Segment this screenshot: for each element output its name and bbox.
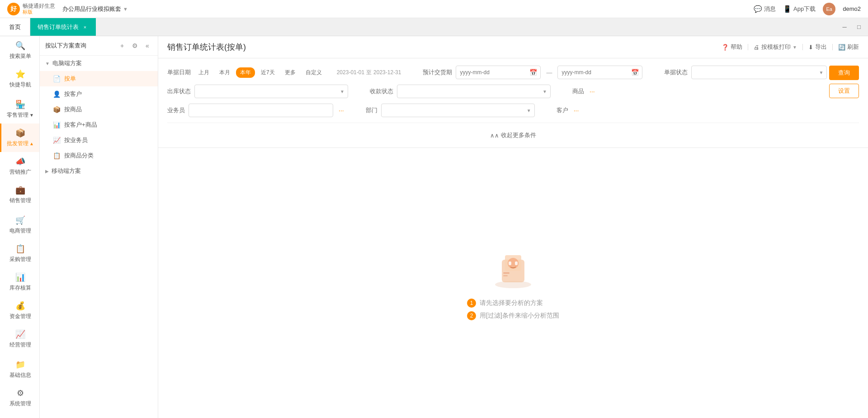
help-button[interactable]: ❓ 帮助 [722, 43, 742, 51]
user-avatar[interactable]: Ea [823, 3, 835, 15]
download-icon: 📱 [783, 5, 792, 13]
sidebar-item-wholesale[interactable]: 📦 批发管理 ▲ [0, 124, 39, 152]
date-7days-button[interactable]: 近7天 [257, 67, 279, 78]
print-button[interactable]: 🖨 按模板打印 ▼ [754, 43, 797, 51]
sidebar-item-marketing[interactable]: 📣 营销推广 [0, 152, 39, 180]
divider-1 [748, 44, 748, 50]
date-this-month-button[interactable]: 本月 [215, 67, 234, 78]
ecommerce-icon: 🛒 [15, 215, 25, 225]
scheme-group-mobile-header[interactable]: ▶ 移动端方案 [40, 163, 158, 179]
empty-tip-2: 2 用[过滤]条件来缩小分析范围 [467, 311, 559, 320]
export-icon: ⬇ [808, 44, 813, 51]
collapse-button[interactable]: ∧∧ 收起更多条件 [490, 128, 536, 143]
top-bar: 好 畅捷通好生意 标版 办公用品行业模拟账套 ▼ 💬 消息 📱 App下载 Ea… [0, 0, 868, 18]
scheme-item-by-goods[interactable]: 📦 按商品 [40, 102, 158, 117]
sidebar-item-shortcuts[interactable]: ⭐ 快捷导航 [0, 65, 39, 93]
chevron-up-icon: ∧∧ [490, 132, 499, 139]
sidebar-item-operation-label: 经营管理 [9, 341, 31, 349]
scheme-item-by-salesperson[interactable]: 📈 按业务员 [40, 133, 158, 148]
sidebar-item-operation[interactable]: 📈 经营管理 [0, 325, 39, 353]
salesperson-ellipsis-button[interactable]: ··· [339, 107, 344, 114]
svg-rect-7 [503, 275, 508, 276]
ship-status-select[interactable] [194, 85, 348, 98]
date-label: 单据日期 [167, 68, 191, 76]
goods-ellipsis-button[interactable]: ··· [590, 88, 595, 95]
refresh-icon: 🔄 [838, 44, 845, 51]
refresh-button[interactable]: 🔄 刷新 [838, 43, 859, 51]
sidebar-item-sales[interactable]: 💼 销售管理 [0, 180, 39, 209]
scheme-group-mobile: ▶ 移动端方案 [40, 163, 158, 179]
sidebar-item-system[interactable]: ⚙ 系统管理 [0, 384, 39, 412]
sidebar: 🔍 搜索菜单 ⭐ 快捷导航 🏪 零售管理 ▼ 📦 批发管理 ▲ 📣 营销推广 [0, 36, 40, 418]
star-icon: ⭐ [15, 69, 25, 79]
sidebar-item-finance[interactable]: 💰 资金管理 [0, 296, 39, 325]
scheme-group-pc-header[interactable]: ▼ 电脑端方案 [40, 56, 158, 71]
search-icon: 🔍 [15, 41, 25, 51]
scheme-item-by-customer-goods[interactable]: 📊 按客户+商品 [40, 117, 158, 133]
bill-status-select[interactable] [691, 66, 827, 79]
sidebar-item-search[interactable]: 🔍 搜索菜单 [0, 36, 39, 65]
sidebar-item-search-label: 搜索菜单 [9, 52, 31, 60]
bill-status-group: 单据状态 [664, 66, 827, 79]
dept-label: 部门 [366, 106, 377, 114]
scheme-settings-button[interactable]: ⚙ [130, 41, 140, 51]
scheme-item-by-category[interactable]: 📋 按商品分类 [40, 148, 158, 163]
date-more-button[interactable]: 更多 [281, 67, 300, 78]
sidebar-item-retail-label: 零售管理 [7, 111, 28, 119]
help-icon: ❓ [722, 44, 729, 51]
sidebar-item-cooperation[interactable]: 🤝 企业协同 [0, 412, 39, 418]
logo-icon: 好 [7, 3, 20, 15]
sidebar-item-inventory[interactable]: 📊 库存核算 [0, 268, 39, 296]
empty-tip-1: 1 请先选择要分析的方案 [467, 299, 559, 308]
scheme-item-by-customer[interactable]: 👤 按客户 [40, 86, 158, 102]
date-this-year-button[interactable]: 本年 [236, 67, 255, 78]
sidebar-item-inventory-label: 库存核算 [9, 284, 31, 292]
sidebar-item-wholesale-label: 批发管理 [7, 140, 28, 147]
scheme-item-by-customer-goods-label: 按客户+商品 [64, 121, 97, 129]
main-layout: 🔍 搜索菜单 ⭐ 快捷导航 🏪 零售管理 ▼ 📦 批发管理 ▲ 📣 营销推广 [0, 36, 868, 418]
tab-bar: 首页 销售订单统计表 × ─ □ [0, 18, 868, 36]
scheme-collapse-button[interactable]: « [142, 41, 152, 51]
sidebar-item-purchase[interactable]: 📋 采购管理 [0, 239, 39, 268]
action-buttons: 查询 设置 [829, 66, 859, 98]
scheme-item-by-salesperson-label: 按业务员 [64, 136, 88, 144]
scheme-add-button[interactable]: + [117, 41, 127, 51]
empty-tips: 1 请先选择要分析的方案 2 用[过滤]条件来缩小分析范围 [467, 299, 559, 320]
home-tab-label: 首页 [9, 23, 21, 31]
dept-select-wrap [381, 104, 535, 117]
logo-area: 好 畅捷通好生意 标版 [7, 3, 55, 15]
inventory-icon: 📊 [15, 272, 25, 282]
page-title: 销售订单统计表(按单) [167, 42, 246, 58]
purchase-icon: 📋 [15, 244, 25, 254]
breadcrumb[interactable]: 办公用品行业模拟账套 ▼ [62, 5, 128, 13]
tab-close-icon[interactable]: × [81, 24, 89, 31]
pay-status-group: 收款状态 [370, 85, 551, 98]
dept-select[interactable] [381, 104, 535, 117]
customer-ellipsis-button[interactable]: ··· [574, 107, 579, 114]
salesperson-input[interactable] [189, 104, 333, 117]
app-download-button[interactable]: 📱 App下载 [783, 5, 816, 13]
tab-maximize-button[interactable]: □ [854, 22, 864, 33]
message-button[interactable]: 💬 消息 [754, 5, 776, 13]
sidebar-item-purchase-label: 采购管理 [9, 256, 31, 263]
expected-date-end-input[interactable] [557, 66, 642, 79]
tab-home[interactable]: 首页 [0, 18, 30, 36]
pay-status-select[interactable] [397, 85, 551, 98]
query-button[interactable]: 查询 [829, 66, 859, 80]
expected-date-start-input[interactable] [456, 66, 541, 79]
settings-button[interactable]: 设置 [829, 84, 859, 98]
tab-minimize-button[interactable]: ─ [839, 22, 850, 33]
sidebar-item-ecommerce[interactable]: 🛒 电商管理 [0, 211, 39, 239]
date-prev-month-button[interactable]: 上月 [194, 67, 213, 78]
scheme-item-by-order[interactable]: 📄 按单 [40, 71, 158, 86]
scheme-actions: + ⚙ « [117, 41, 152, 51]
export-button[interactable]: ⬇ 导出 [808, 43, 827, 51]
date-custom-button[interactable]: 自定义 [302, 67, 326, 78]
export-label: 导出 [815, 43, 827, 51]
tab-sales-order[interactable]: 销售订单统计表 × [30, 18, 96, 36]
page-header: 销售订单统计表(按单) ❓ 帮助 🖨 按模板打印 ▼ ⬇ [158, 36, 868, 58]
customer-icon: 👤 [52, 90, 61, 98]
sidebar-item-basic-info[interactable]: 📁 基础信息 [0, 355, 39, 384]
sidebar-item-retail[interactable]: 🏪 零售管理 ▼ [0, 95, 39, 124]
divider-2 [802, 44, 803, 50]
